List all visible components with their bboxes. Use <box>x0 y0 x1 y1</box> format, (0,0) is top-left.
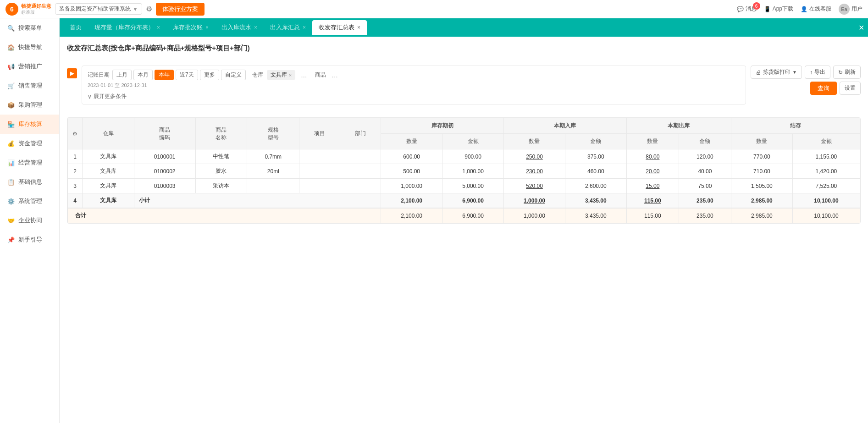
tab-inout-summary[interactable]: 出入库汇总 × <box>264 20 312 35</box>
data-table: ⚙ 仓库 商品编码 商品名称 规格型号 项目 部门 库存期初 本期入库 本期出库… <box>67 117 861 224</box>
home-icon: 🏠 <box>7 44 15 51</box>
operations-icon: 📊 <box>7 159 15 166</box>
tab-bar-close[interactable]: ✕ <box>858 23 864 32</box>
row-closing-qty: 770.00 <box>731 149 792 164</box>
date-btn-this-year[interactable]: 本年 <box>155 70 174 80</box>
system-selector[interactable]: 装备及固定资产辅助管理系统 ▼ <box>55 3 142 15</box>
date-filter: 记账日期 上月 本月 本年 近7天 更多 自定义 <box>88 70 246 80</box>
date-btn-custom[interactable]: 自定义 <box>221 70 246 80</box>
out-amt-header: 金额 <box>679 134 731 149</box>
tab-close-inout-summary[interactable]: × <box>303 24 306 31</box>
app-download-item[interactable]: 📱 App下载 <box>764 5 793 13</box>
main-wrapper: 首页 现存量（库存分布表） × 库存批次账 × 出入库流水 × 出入库汇总 × … <box>60 18 868 423</box>
sidebar-item-purchase[interactable]: 📦 采购管理 <box>0 95 59 115</box>
date-btn-this-month[interactable]: 本月 <box>133 70 153 80</box>
total-row: 合计 2,100.00 6,900.00 1,000.00 3,435.00 1… <box>68 208 860 223</box>
sidebar-item-system[interactable]: ⚙️ 系统管理 <box>0 192 59 211</box>
goods-dots[interactable]: ... <box>332 71 337 79</box>
row-name: 胶水 <box>195 164 247 179</box>
warehouse-dots[interactable]: ... <box>301 71 307 79</box>
tab-inout-flow[interactable]: 出入库流水 × <box>215 20 264 35</box>
out-qty-header: 数量 <box>626 134 679 149</box>
row-out-qty[interactable]: 80.00 <box>626 149 679 164</box>
basic-info-icon: 📋 <box>7 178 15 186</box>
row-num: 2 <box>68 164 83 179</box>
filter-expand-arrow[interactable]: ▶ <box>67 68 77 78</box>
row-in-amt: 460.00 <box>565 164 626 179</box>
guide-icon: 📌 <box>7 236 15 243</box>
sidebar-item-guide[interactable]: 📌 新手引导 <box>0 230 59 249</box>
row-in-qty[interactable]: 520.00 <box>504 179 565 193</box>
tab-recv-send-summary[interactable]: 收发存汇总表 × <box>312 20 367 35</box>
export-button[interactable]: ↑ 导出 <box>805 66 830 79</box>
tab-inventory-dist[interactable]: 现存量（库存分布表） × <box>88 20 166 35</box>
print-icon: 🖨 <box>756 69 761 76</box>
sidebar-item-operations[interactable]: 📊 经营管理 <box>0 153 59 172</box>
row-in-qty[interactable]: 250.00 <box>504 149 565 164</box>
row-out-amt: 120.00 <box>679 149 731 164</box>
sidebar-item-sales[interactable]: 🛒 销售管理 <box>0 76 59 95</box>
closing-qty-header: 数量 <box>731 134 792 149</box>
expand-conditions-button[interactable]: ∨ 展开更多条件 <box>88 93 127 100</box>
subtotal-in-qty[interactable]: 1,000.00 <box>504 193 565 209</box>
row-spec <box>247 179 299 193</box>
row-warehouse: 文具库 <box>83 149 134 164</box>
row-opening-amt: 1,000.00 <box>442 164 504 179</box>
query-button[interactable]: 查询 <box>810 82 837 95</box>
marketing-icon: 📢 <box>7 63 15 70</box>
tab-close-inventory-dist[interactable]: × <box>157 24 160 31</box>
print-button[interactable]: 🖨 拣货版打印 ▼ <box>751 66 802 79</box>
refresh-button[interactable]: ↻ 刷新 <box>833 66 861 79</box>
message-icon: 💬 <box>737 6 744 12</box>
sidebar-item-cooperation[interactable]: 🤝 企业协同 <box>0 211 59 230</box>
row-spec: 0.7mm <box>247 149 299 164</box>
col-in-header: 本期入库 <box>504 118 627 134</box>
settings-icon[interactable]: ⚙ <box>146 5 152 13</box>
export-icon: ↑ <box>810 69 813 76</box>
total-in-amt: 3,435.00 <box>565 208 626 223</box>
sidebar-item-basic-info[interactable]: 📋 基础信息 <box>0 172 59 192</box>
user-item[interactable]: Ea 用户 <box>839 4 862 15</box>
tab-close-inout-flow[interactable]: × <box>254 24 257 31</box>
row-closing-qty: 710.00 <box>731 164 792 179</box>
closing-amt-header: 金额 <box>792 134 860 149</box>
subtotal-in-amt: 3,435.00 <box>565 193 626 209</box>
finance-icon: 💰 <box>7 140 15 147</box>
total-opening-qty: 2,100.00 <box>381 208 442 223</box>
tab-close-recv-send[interactable]: × <box>357 24 360 31</box>
row-code: 0100003 <box>134 179 195 193</box>
tab-batch[interactable]: 库存批次账 × <box>166 20 215 35</box>
row-out-qty[interactable]: 20.00 <box>626 164 679 179</box>
subtotal-out-qty[interactable]: 115.00 <box>626 193 679 209</box>
in-qty-header: 数量 <box>504 134 565 149</box>
message-item[interactable]: 💬 消息 6 <box>737 5 757 13</box>
date-buttons: 上月 本月 本年 近7天 更多 自定义 <box>112 70 246 80</box>
warehouse-tag-close[interactable]: × <box>289 72 292 78</box>
tab-home[interactable]: 首页 <box>63 20 88 35</box>
subtotal-out-amt: 235.00 <box>679 193 731 209</box>
online-service-item[interactable]: 👤 在线客服 <box>801 5 831 13</box>
date-btn-7days[interactable]: 近7天 <box>176 70 198 80</box>
download-icon: 📱 <box>764 6 771 12</box>
row-name: 中性笔 <box>195 149 247 164</box>
date-btn-last-month[interactable]: 上月 <box>112 70 132 80</box>
trial-button[interactable]: 体验行业方案 <box>156 3 205 16</box>
opening-amt-header: 金额 <box>442 134 504 149</box>
sidebar-item-quick-nav[interactable]: 🏠 快捷导航 <box>0 38 59 57</box>
row-in-qty[interactable]: 230.00 <box>504 164 565 179</box>
settings-button[interactable]: 设置 <box>840 82 861 95</box>
subtotal-opening-amt: 6,900.00 <box>442 193 504 209</box>
sidebar-item-marketing[interactable]: 📢 营销推广 <box>0 57 59 76</box>
warehouse-tag: 文具库 × <box>267 70 295 80</box>
date-btn-more[interactable]: 更多 <box>200 70 219 80</box>
sidebar-item-finance[interactable]: 💰 资金管理 <box>0 134 59 153</box>
col-warehouse-header: 仓库 <box>83 118 134 149</box>
subtotal-row: 4 文具库 小计 2,100.00 6,900.00 1,000.00 3,43… <box>68 193 860 209</box>
table-row: 1 文具库 0100001 中性笔 0.7mm 600.00 900.00 25… <box>68 149 860 164</box>
total-opening-amt: 6,900.00 <box>442 208 504 223</box>
row-out-qty[interactable]: 15.00 <box>626 179 679 193</box>
sidebar-item-search[interactable]: 🔍 搜索菜单 <box>0 18 59 38</box>
tab-close-batch[interactable]: × <box>205 24 209 31</box>
table-settings-icon[interactable]: ⚙ <box>72 131 77 137</box>
sidebar-item-inventory[interactable]: 🏪 库存核算 <box>0 115 59 134</box>
